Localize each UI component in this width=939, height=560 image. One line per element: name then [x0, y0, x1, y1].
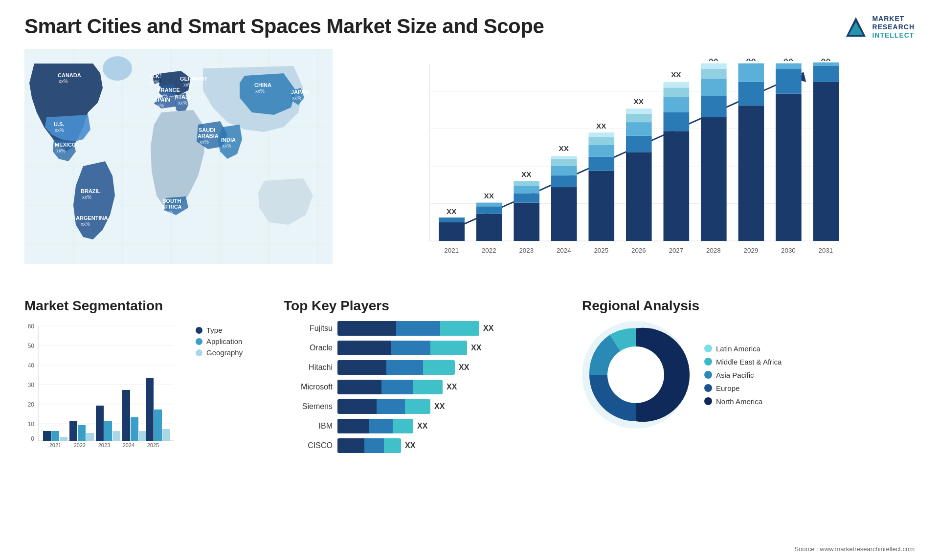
legend-dot-latin — [704, 345, 712, 352]
key-players-section: Top Key Players Fujitsu XX — [284, 298, 567, 453]
svg-text:2024: 2024 — [557, 247, 571, 254]
legend-dot-geography — [196, 349, 202, 356]
svg-text:xx%: xx% — [81, 221, 90, 227]
svg-point-14 — [103, 56, 132, 81]
svg-text:SPAIN: SPAIN — [154, 97, 170, 103]
svg-rect-150 — [146, 378, 154, 441]
svg-text:2027: 2027 — [669, 247, 683, 254]
bar-seg3 — [413, 380, 443, 394]
svg-text:2025: 2025 — [594, 247, 608, 254]
svg-rect-144 — [112, 431, 120, 441]
svg-text:2021: 2021 — [444, 247, 459, 254]
svg-rect-114 — [813, 82, 839, 241]
player-row-cisco: CISCO XX — [284, 438, 567, 453]
svg-text:INDIA: INDIA — [221, 137, 236, 143]
svg-text:MEXICO: MEXICO — [55, 142, 76, 148]
legend-item-apac: Asia Pacific — [704, 371, 782, 379]
bar-seg2 — [364, 438, 384, 453]
svg-text:2023: 2023 — [519, 247, 534, 254]
svg-text:XX: XX — [447, 207, 457, 215]
legend-item-latin: Latin America — [704, 345, 782, 353]
bar-chart-section: XX 2021 XX 2022 XX 2023 — [337, 49, 915, 283]
svg-text:2022: 2022 — [74, 442, 86, 448]
player-row-ibm: IBM XX — [284, 419, 567, 433]
legend-dot-apac — [704, 371, 712, 379]
svg-rect-116 — [813, 63, 839, 66]
svg-text:SOUTH: SOUTH — [162, 198, 181, 204]
svg-text:XX: XX — [484, 192, 494, 200]
svg-rect-78 — [588, 145, 614, 157]
regional-legend: Latin America Middle East & Africa Asia … — [704, 345, 782, 406]
legend-dot-application — [196, 338, 202, 345]
bar-seg3 — [430, 341, 467, 355]
svg-text:XX: XX — [521, 170, 532, 178]
bar-seg1 — [337, 380, 381, 394]
svg-rect-99 — [701, 79, 727, 96]
svg-text:AFRICA: AFRICA — [161, 204, 182, 210]
player-bar-cisco: XX — [337, 438, 567, 453]
regional-analysis-title: Regional Analysis — [582, 298, 915, 314]
key-players-title: Top Key Players — [284, 298, 567, 314]
svg-text:30: 30 — [28, 382, 35, 388]
svg-rect-92 — [664, 97, 690, 113]
svg-text:XX: XX — [596, 122, 606, 130]
logo-area: MARKET RESEARCH INTELLECT — [844, 15, 915, 39]
player-name-cisco: CISCO — [284, 441, 333, 450]
svg-rect-111 — [776, 64, 802, 69]
svg-text:xx%: xx% — [200, 139, 209, 145]
svg-rect-134 — [43, 431, 51, 441]
player-name-fujitsu: Fujitsu — [284, 324, 333, 333]
bar-seg3 — [384, 438, 401, 453]
svg-rect-87 — [626, 109, 652, 114]
svg-rect-152 — [162, 429, 170, 441]
map-section: CANADA xx% U.S. xx% MEXICO xx% BRAZIL xx… — [24, 49, 328, 283]
svg-text:XX: XX — [671, 71, 681, 79]
svg-rect-64 — [514, 194, 539, 203]
svg-text:U.S.: U.S. — [54, 121, 64, 127]
svg-text:2024: 2024 — [123, 442, 134, 448]
svg-text:xx%: xx% — [56, 148, 66, 153]
svg-text:2021: 2021 — [49, 442, 61, 448]
legend-item-geography: Geography — [196, 348, 243, 357]
legend-item-na: North America — [704, 397, 782, 406]
world-map: CANADA xx% U.S. xx% MEXICO xx% BRAZIL xx… — [24, 49, 333, 264]
legend-label-europe: Europe — [716, 384, 739, 392]
svg-rect-110 — [776, 69, 802, 94]
svg-text:CHINA: CHINA — [254, 82, 271, 88]
svg-text:60: 60 — [28, 323, 35, 330]
svg-rect-63 — [514, 203, 539, 241]
svg-text:XX: XX — [746, 59, 756, 63]
svg-rect-115 — [813, 66, 839, 82]
svg-rect-70 — [551, 176, 577, 188]
donut-chart — [582, 321, 690, 429]
growth-chart: XX 2021 XX 2022 XX 2023 — [347, 59, 905, 274]
svg-text:xx%: xx% — [150, 80, 159, 85]
bar-seg3 — [423, 360, 455, 375]
bar-seg2 — [386, 360, 423, 375]
header: Smart Cities and Smart Spaces Market Siz… — [24, 15, 915, 39]
bar-seg2 — [369, 419, 393, 433]
logo-text: MARKET RESEARCH INTELLECT — [872, 15, 915, 39]
bottom-section: Market Segmentation 60 50 40 30 20 10 0 — [24, 293, 915, 453]
legend-label-geography: Geography — [206, 348, 243, 357]
svg-rect-83 — [626, 152, 652, 241]
market-segmentation: Market Segmentation 60 50 40 30 20 10 0 — [24, 298, 269, 453]
legend-item-application: Application — [196, 337, 243, 345]
svg-rect-140 — [86, 433, 94, 441]
logo-icon — [844, 15, 868, 39]
svg-text:XX: XX — [709, 59, 719, 63]
svg-rect-139 — [78, 425, 86, 441]
svg-text:40: 40 — [28, 362, 35, 369]
player-name-hitachi: Hitachi — [284, 363, 333, 372]
svg-text:BRAZIL: BRAZIL — [81, 188, 101, 194]
svg-text:xx%: xx% — [59, 79, 68, 84]
legend-label-mea: Middle East & Africa — [716, 358, 782, 366]
svg-text:U.K.: U.K. — [150, 73, 161, 79]
svg-rect-84 — [626, 136, 652, 152]
svg-rect-94 — [664, 82, 690, 87]
bar-seg1 — [337, 341, 391, 355]
svg-rect-97 — [701, 117, 727, 241]
player-name-ibm: IBM — [284, 422, 333, 431]
bar-seg2 — [377, 399, 405, 414]
svg-rect-77 — [588, 157, 614, 171]
